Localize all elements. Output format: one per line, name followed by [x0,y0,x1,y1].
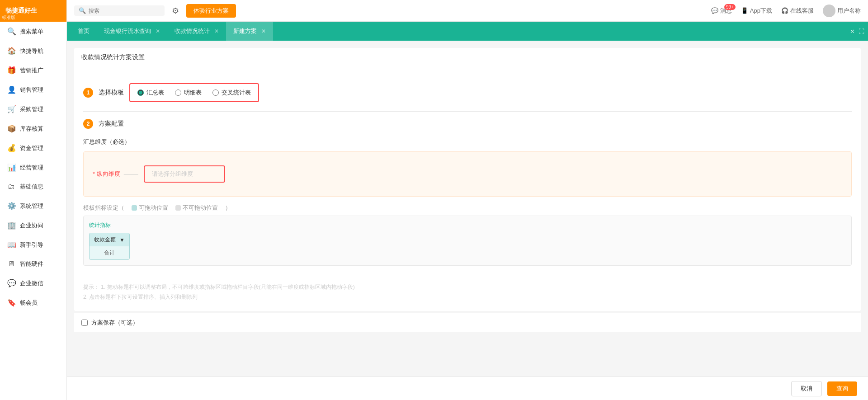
sidebar-item-operations[interactable]: 📊 经营管理 [0,158,66,177]
avatar [823,5,835,17]
step1-number: 1 [83,88,93,98]
trial-button[interactable]: 体验行业方案 [186,4,236,18]
tip1: 提示： 1. 拖动标题栏可以调整布局，不可跨维度或指标区域拖动栏目字段(只能在同… [83,282,852,292]
dimension-area: * 纵向维度 —— 请选择分组维度 [83,151,852,197]
metrics-container: 统计指标 收款金额 ▼ 合计 [83,216,852,266]
dimension-select[interactable]: 请选择分组维度 [144,165,225,183]
tab-new-plan-close[interactable]: ✕ [261,28,266,34]
tip2: 2. 点击标题栏下拉可设置排序、插入列和删除列 [83,292,852,302]
movable-dot [132,205,137,211]
radio-cross-input[interactable] [212,89,219,96]
sidebar-label-search: 搜索菜单 [20,28,43,36]
bottom-bar: 取消 查询 [67,376,868,400]
tab-new-plan-label: 新建方案 [233,27,257,35]
movable-badge: 可拖动位置 [132,204,168,212]
tab-bank-close[interactable]: ✕ [156,28,160,34]
radio-detail[interactable]: 明细表 [175,89,202,97]
search-icon-header: 🔍 [79,7,86,14]
sidebar-item-marketing[interactable]: 🎁 营销推广 [0,61,66,80]
metric-card-header: 收款金额 ▼ [90,233,129,246]
folder-icon: 🗂 [7,183,15,191]
service-button[interactable]: 🎧 在线客服 [781,7,814,15]
sidebar-label-marketing: 营销推广 [20,66,43,75]
book-icon: 📖 [7,240,15,249]
header-right: 💬 消息 99+ 📱 App下载 🎧 在线客服 用户名称 [711,5,861,17]
breadcrumb: 收款情况统计方案设置 [74,48,861,67]
sidebar-item-inventory[interactable]: 📦 库存核算 [0,119,66,138]
save-checkbox[interactable] [81,320,88,326]
message-button[interactable]: 💬 消息 99+ [711,7,732,15]
sidebar-label-capital: 资金管理 [20,144,43,152]
radio-summary-input[interactable] [137,89,144,96]
monitor-icon: 🖥 [7,260,15,268]
tab-receipts[interactable]: 收款情况统计 ✕ [167,22,226,41]
sidebar-item-purchase[interactable]: 🛒 采购管理 [0,99,66,119]
fixed-badge: 不可拖动位置 [175,204,218,212]
summary-dim-label: 汇总维度（必选） [83,138,852,146]
home-icon: 🏠 [7,47,15,55]
content-wrapper: 收款情况统计方案设置 1 选择模板 汇总表 明细表 [74,48,861,311]
radio-detail-label: 明细表 [184,89,202,97]
save-option-label: 方案保存（可选） [91,319,138,327]
radio-summary[interactable]: 汇总表 [137,89,164,97]
stat-group-label: 统计指标 [89,221,846,229]
config-panel: 1 选择模板 汇总表 明细表 交叉统计表 [74,74,861,311]
logo-text: 畅捷通好生 [5,7,37,15]
sidebar-label-purchase: 采购管理 [20,105,43,113]
settings-icon[interactable]: ⚙ [172,6,179,16]
sidebar-logo: 畅捷通好生 标准版 [0,0,66,22]
sidebar-item-enterprise[interactable]: 🏢 企业协同 [0,216,66,235]
sidebar-label-operations: 经营管理 [20,164,43,172]
schema-section: 汇总维度（必选） * 纵向维度 —— 请选择分组维度 [83,138,852,197]
metric-dropdown-icon[interactable]: ▼ [119,237,125,243]
sidebar-item-basic[interactable]: 🗂 基础信息 [0,177,66,196]
sidebar-label-hardware: 智能硬件 [20,260,43,268]
user-icon: 👤 [7,85,15,94]
radio-detail-input[interactable] [175,89,181,96]
query-button[interactable]: 查询 [827,381,857,396]
tab-home[interactable]: 首页 [71,22,97,41]
search-input[interactable] [89,8,156,14]
sidebar-item-sales[interactable]: 👤 销售管理 [0,80,66,99]
search-box[interactable]: 🔍 [74,5,165,16]
sidebar-item-hardware[interactable]: 🖥 智能硬件 [0,254,66,273]
building-icon: 🏢 [7,221,15,230]
metric-card-amount: 收款金额 ▼ 合计 [89,233,130,260]
sidebar-item-capital[interactable]: 💰 资金管理 [0,138,66,158]
sidebar-label-quicknav: 快捷导航 [20,47,43,55]
gear-icon: ⚙️ [7,202,15,210]
tips-section: 提示： 1. 拖动标题栏可以调整布局，不可跨维度或指标区域拖动栏目字段(只能在同… [83,275,852,302]
sidebar-label-enterprise: 企业协同 [20,221,43,230]
radio-cross[interactable]: 交叉统计表 [212,89,251,97]
sidebar-item-quicknav[interactable]: 🏠 快捷导航 [0,41,66,61]
tab-bank[interactable]: 现金银行流水查询 ✕ [97,22,167,41]
tab-new-plan[interactable]: 新建方案 ✕ [226,22,273,41]
sidebar-item-guide[interactable]: 📖 新手引导 [0,235,66,254]
tag-icon: 🔖 [7,298,15,307]
message-icon: 💬 [711,7,718,14]
cancel-button[interactable]: 取消 [791,381,822,396]
step1-header: 1 选择模板 汇总表 明细表 交叉统计表 [83,83,852,102]
sidebar: 畅捷通好生 标准版 🔍 搜索菜单 🏠 快捷导航 🎁 营销推广 👤 销售管理 🛒 … [0,0,67,400]
sidebar-item-wechat[interactable]: 💬 企业微信 [0,273,66,293]
sidebar-item-search[interactable]: 🔍 搜索菜单 [0,22,66,41]
main-area: 🔍 ⚙ 体验行业方案 💬 消息 99+ 📱 App下载 🎧 在线客服 用户名称 [67,0,868,400]
search-icon: 🔍 [7,27,15,36]
tab-expand-icon[interactable]: ⛶ [859,28,864,35]
user-area[interactable]: 用户名称 [823,5,861,17]
cart-icon: 🛒 [7,105,15,113]
service-label: 在线客服 [790,7,814,15]
tips-title: 提示： [83,284,99,290]
download-button[interactable]: 📱 App下载 [741,7,772,15]
sidebar-nav: 🔍 搜索菜单 🏠 快捷导航 🎁 营销推广 👤 销售管理 🛒 采购管理 📦 库存核… [0,22,66,400]
metric-name: 收款金额 [94,236,116,244]
version-badge: 标准版 [2,14,15,21]
sidebar-item-member[interactable]: 🔖 畅会员 [0,293,66,312]
sidebar-label-system: 系统管理 [20,202,43,210]
metrics-label: 模板指标设定（ [83,204,124,212]
tab-receipts-close[interactable]: ✕ [214,28,219,34]
sidebar-item-system[interactable]: ⚙️ 系统管理 [0,196,66,216]
tab-close-all-icon[interactable]: ✕ [850,28,855,35]
sidebar-label-wechat: 企业微信 [20,279,43,287]
radio-summary-label: 汇总表 [146,89,164,97]
